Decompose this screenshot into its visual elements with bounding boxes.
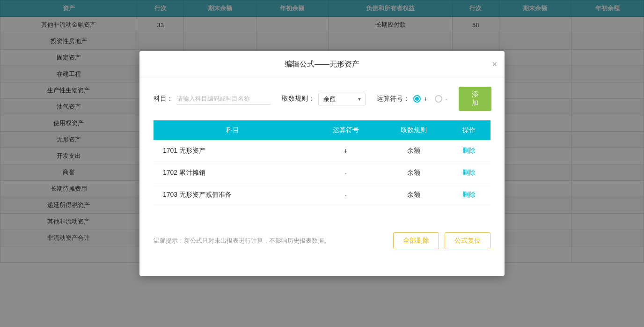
modal-header: 编辑公式——无形资产 × bbox=[139, 51, 505, 77]
table-column-header: 取数规则 bbox=[380, 120, 447, 140]
table-cell-subject: 1703 无形资产减值准备 bbox=[154, 184, 312, 206]
table-cell-action: 删除 bbox=[447, 140, 490, 162]
table-row: 1702 累计摊销-余额删除 bbox=[154, 162, 490, 184]
modal-title: 编辑公式——无形资产 bbox=[285, 59, 359, 69]
table-cell-rule: 余额 bbox=[380, 184, 447, 206]
radio-plus[interactable]: + bbox=[413, 95, 427, 103]
formula-table: 科目运算符号取数规则操作 1701 无形资产+余额删除1702 累计摊销-余额删… bbox=[154, 120, 490, 206]
table-cell-operator: + bbox=[312, 140, 380, 162]
modal-body: 科目： 取数规则： 余额 借方 贷方 借方发生额 贷方发生额 ▼ bbox=[139, 77, 505, 225]
table-column-header: 操作 bbox=[447, 120, 490, 140]
table-row: 1703 无形资产减值准备-余额删除 bbox=[154, 184, 490, 206]
radio-plus-circle bbox=[413, 95, 421, 103]
table-cell-subject: 1701 无形资产 bbox=[154, 140, 312, 162]
close-icon[interactable]: × bbox=[492, 60, 497, 68]
table-column-header: 科目 bbox=[154, 120, 312, 140]
rule-label: 取数规则： bbox=[282, 95, 315, 103]
footer-buttons: 全部删除 公式复位 bbox=[393, 232, 490, 249]
radio-group: + - bbox=[413, 95, 447, 103]
delete-all-button[interactable]: 全部删除 bbox=[393, 232, 439, 249]
rule-select[interactable]: 余额 借方 贷方 借方发生额 贷方发生额 bbox=[318, 93, 366, 105]
table-cell-subject: 1702 累计摊销 bbox=[154, 162, 312, 184]
table-cell-action: 删除 bbox=[447, 162, 490, 184]
table-cell-rule: 余额 bbox=[380, 140, 447, 162]
modal-overlay: 编辑公式——无形资产 × 科目： 取数规则： 余额 借方 bbox=[0, 0, 644, 327]
operator-section: 运算符号： + - bbox=[377, 95, 447, 103]
add-button[interactable]: 添加 bbox=[459, 87, 491, 111]
operator-label: 运算符号： bbox=[377, 95, 410, 103]
table-cell-operator: - bbox=[312, 162, 380, 184]
subject-label: 科目： bbox=[154, 95, 173, 103]
delete-row-button[interactable]: 删除 bbox=[462, 191, 476, 199]
delete-row-button[interactable]: 删除 bbox=[462, 169, 476, 177]
modal-footer: 温馨提示：新公式只对未出报表进行计算，不影响历史报表数据。 全部删除 公式复位 bbox=[139, 225, 505, 259]
subject-section: 科目： bbox=[154, 93, 271, 104]
reset-button[interactable]: 公式复位 bbox=[445, 232, 490, 249]
table-column-header: 运算符号 bbox=[312, 120, 380, 140]
footer-tip: 温馨提示：新公式只对未出报表进行计算，不影响历史报表数据。 bbox=[154, 237, 330, 245]
table-cell-operator: - bbox=[312, 184, 380, 206]
rule-select-wrapper: 余额 借方 贷方 借方发生额 贷方发生额 ▼ bbox=[318, 93, 366, 105]
modal-dialog: 编辑公式——无形资产 × 科目： 取数规则： 余额 借方 bbox=[139, 51, 505, 276]
table-cell-action: 删除 bbox=[447, 184, 490, 206]
rule-section: 取数规则： 余额 借方 贷方 借方发生额 贷方发生额 ▼ bbox=[282, 93, 366, 105]
delete-row-button[interactable]: 删除 bbox=[462, 147, 476, 155]
radio-minus[interactable]: - bbox=[435, 95, 447, 103]
table-cell-rule: 余额 bbox=[380, 162, 447, 184]
table-body: 1701 无形资产+余额删除1702 累计摊销-余额删除1703 无形资产减值准… bbox=[154, 140, 490, 206]
subject-input[interactable] bbox=[177, 93, 271, 104]
radio-plus-label: + bbox=[424, 95, 427, 103]
radio-minus-label: - bbox=[445, 95, 447, 103]
table-row: 1701 无形资产+余额删除 bbox=[154, 140, 490, 162]
table-header: 科目运算符号取数规则操作 bbox=[154, 120, 490, 140]
form-row: 科目： 取数规则： 余额 借方 贷方 借方发生额 贷方发生额 ▼ bbox=[154, 87, 490, 111]
radio-minus-circle bbox=[435, 95, 442, 103]
